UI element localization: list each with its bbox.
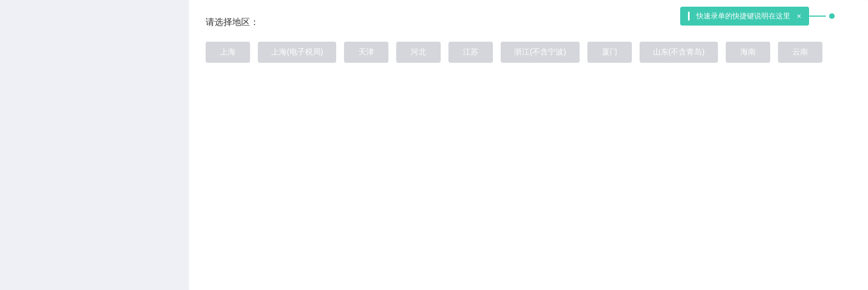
region-btn-jiangsu[interactable]: 江苏 (448, 42, 493, 63)
region-btn-shanghai[interactable]: 上海 (206, 42, 250, 63)
main-content: 快速录单的快捷键说明在这里 × 请选择地区： 上海上海(电子税局)天津河北江苏浙… (189, 0, 868, 290)
region-btn-hebei[interactable]: 河北 (396, 42, 441, 63)
region-btn-shandong[interactable]: 山东(不含青岛) (640, 42, 718, 63)
tooltip-bar-icon (688, 12, 690, 21)
tooltip-banner: 快速录单的快捷键说明在这里 × (680, 7, 835, 26)
tooltip-box: 快速录单的快捷键说明在这里 × (680, 7, 809, 26)
region-btn-tianjin[interactable]: 天津 (344, 42, 388, 63)
left-sidebar (0, 0, 189, 290)
region-btn-hainan[interactable]: 海南 (726, 42, 770, 63)
region-btn-yunnan[interactable]: 云南 (778, 42, 822, 63)
region-btn-xiamen[interactable]: 厦门 (587, 42, 632, 63)
tooltip-text: 快速录单的快捷键说明在这里 (696, 11, 790, 21)
region-btn-shanghai-etax[interactable]: 上海(电子税局) (258, 42, 336, 63)
tooltip-line (809, 16, 826, 17)
tooltip-close-button[interactable]: × (797, 12, 801, 21)
tooltip-dot (829, 13, 835, 19)
region-grid: 上海上海(电子税局)天津河北江苏浙江(不含宁波)厦门山东(不含青岛)海南云南 (206, 42, 851, 63)
region-btn-zhejiang[interactable]: 浙江(不含宁波) (501, 42, 579, 63)
